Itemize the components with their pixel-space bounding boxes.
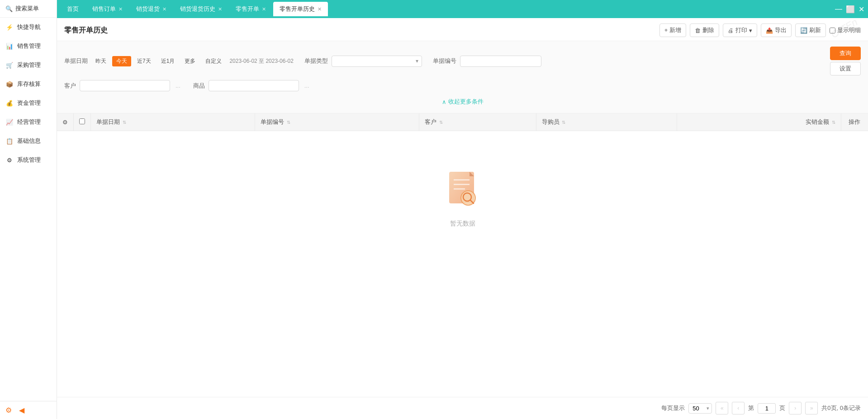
tab-sales-return[interactable]: 销货退货✕: [130, 2, 173, 16]
close-window-btn[interactable]: ✕: [859, 5, 864, 14]
sidebar-item-system[interactable]: ⚙ 系统管理: [0, 151, 57, 169]
date-filter-group: 单据日期 昨天今天近7天近1月更多自定义 2023-06-02 至 2023-0…: [64, 56, 294, 66]
print-button[interactable]: 🖨 打印 ▾: [723, 24, 757, 37]
tab-close-retail-open[interactable]: ✕: [262, 6, 266, 12]
sidebar-icon-sales-mgmt: 📊: [5, 42, 14, 50]
content-area: 零售开单历史 + 新增 🗑 删除 🖨 打印 ▾ 📤 导出 🔄: [57, 18, 868, 419]
header-row: ⚙ 单据日期 ⇅ 单据编号 ⇅ 客户 ⇅: [57, 113, 868, 131]
sidebar-item-inventory[interactable]: 📦 库存核算: [0, 75, 57, 94]
page-header: 零售开单历史 + 新增 🗑 删除 🖨 打印 ▾ 📤 导出 🔄: [57, 18, 868, 41]
tab-close-sales-return-history[interactable]: ✕: [218, 6, 222, 12]
sidebar-label-basic-info: 基础信息: [17, 137, 41, 145]
th-actions: 操作: [841, 113, 868, 131]
next-page-btn[interactable]: ›: [789, 402, 802, 414]
select-all-checkbox[interactable]: [79, 118, 85, 124]
date-btn-last7[interactable]: 近7天: [133, 56, 155, 66]
sort-salesperson-icon: ⇅: [562, 120, 565, 125]
number-input[interactable]: [460, 56, 541, 67]
customer-dots[interactable]: ...: [174, 82, 182, 89]
display-toggle[interactable]: 显示明细: [830, 26, 861, 34]
empty-state: 暂无数据: [57, 131, 868, 264]
page-label-pre: 第: [748, 404, 754, 412]
sidebar-label-purchase-mgmt: 采购管理: [17, 61, 41, 69]
date-filter-options: 昨天今天近7天近1月更多自定义: [91, 56, 226, 66]
prev-page-btn[interactable]: ‹: [732, 402, 745, 414]
date-btn-yesterday[interactable]: 昨天: [91, 56, 110, 66]
tab-label-sales-return-history: 销货退货历史: [180, 5, 215, 13]
sidebar-icon-purchase-mgmt: 🛒: [5, 61, 14, 69]
first-page-btn[interactable]: «: [716, 402, 728, 414]
th-amount[interactable]: 实销金额 ⇅: [677, 113, 841, 131]
restore-btn[interactable]: ⬜: [846, 5, 855, 14]
data-table: ⚙ 单据日期 ⇅ 单据编号 ⇅ 客户 ⇅: [57, 113, 868, 131]
th-settings[interactable]: ⚙: [57, 113, 74, 131]
page-size-wrapper: 50 10 20 100: [688, 403, 712, 414]
type-select[interactable]: [332, 56, 422, 67]
collapse-icon: ∧: [442, 99, 446, 105]
th-salesperson[interactable]: 导购员 ⇅: [536, 113, 677, 131]
tab-home[interactable]: 首页: [61, 2, 85, 16]
date-range-display: 2023-06-02 至 2023-06-02: [229, 57, 293, 65]
sidebar-icon-operations: 📈: [5, 118, 14, 126]
main-area: 首页销售订单✕销货退货✕销货退货历史✕零售开单✕零售开单历史✕ — ⬜ ✕ 零售…: [57, 0, 868, 419]
display-checkbox[interactable]: [830, 28, 835, 33]
sort-amount-icon: ⇅: [832, 120, 835, 125]
add-button[interactable]: + 新增: [659, 24, 686, 37]
export-button[interactable]: 📤 导出: [761, 24, 792, 37]
minimize-btn[interactable]: —: [835, 5, 842, 13]
sidebar-footer: ⚙ ◀: [0, 401, 57, 419]
settings-filter-button[interactable]: 设置: [830, 62, 861, 75]
customer-filter-label: 客户: [64, 82, 76, 90]
tab-sales-return-history[interactable]: 销货退货历史✕: [174, 2, 228, 16]
tab-close-sales-order[interactable]: ✕: [119, 6, 123, 12]
sidebar-item-sales-mgmt[interactable]: 📊 销售管理: [0, 37, 57, 56]
type-filter-group: 单据类型: [304, 56, 422, 67]
sidebar-item-operations[interactable]: 📈 经营管理: [0, 113, 57, 132]
page-total: 共0页, 0条记录: [821, 404, 861, 412]
sidebar-label-operations: 经营管理: [17, 118, 41, 126]
tab-retail-open[interactable]: 零售开单✕: [229, 2, 272, 16]
collapse-sidebar-btn[interactable]: ◀: [19, 406, 24, 414]
sidebar-item-quick-nav[interactable]: ⚡ 快捷导航: [0, 18, 57, 37]
collapse-filter-btn[interactable]: ∧ 收起更多条件: [436, 96, 489, 108]
export-icon: 📤: [766, 27, 773, 34]
goods-dots[interactable]: ...: [303, 82, 311, 89]
th-checkbox[interactable]: [74, 113, 91, 131]
tab-retail-history[interactable]: 零售开单历史✕: [273, 2, 328, 16]
print-dropdown-icon: ▾: [749, 27, 752, 34]
sidebar-item-purchase-mgmt[interactable]: 🛒 采购管理: [0, 56, 57, 75]
th-customer[interactable]: 客户 ⇅: [419, 113, 536, 131]
goods-input[interactable]: [209, 80, 299, 91]
tab-sales-order[interactable]: 销售订单✕: [86, 2, 129, 16]
date-btn-more[interactable]: 更多: [180, 56, 199, 66]
refresh-icon: 🔄: [800, 27, 807, 34]
delete-button[interactable]: 🗑 删除: [690, 24, 719, 37]
refresh-button[interactable]: 🔄 刷新: [795, 24, 826, 37]
date-filter-label: 单据日期: [64, 57, 88, 65]
sidebar-item-finance[interactable]: 💰 资金管理: [0, 94, 57, 113]
number-filter-group: 单据编号: [433, 56, 541, 67]
empty-text: 暂无数据: [450, 220, 475, 228]
date-btn-last1m[interactable]: 近1月: [157, 56, 179, 66]
toolbar: + 新增 🗑 删除 🖨 打印 ▾ 📤 导出 🔄 刷新: [659, 24, 861, 37]
settings-footer-btn[interactable]: ⚙: [5, 406, 12, 414]
page-size-select[interactable]: 50 10 20 100: [688, 403, 712, 414]
customer-input[interactable]: [80, 80, 170, 91]
date-btn-today[interactable]: 今天: [112, 56, 131, 66]
page-title: 零售开单历史: [64, 26, 108, 35]
tab-close-sales-return[interactable]: ✕: [162, 6, 166, 12]
sidebar-item-basic-info[interactable]: 📋 基础信息: [0, 132, 57, 151]
th-number[interactable]: 单据编号 ⇅: [255, 113, 419, 131]
sidebar-search[interactable]: 🔍 搜索菜单: [0, 0, 57, 18]
tab-close-retail-history[interactable]: ✕: [318, 6, 322, 12]
date-btn-custom[interactable]: 自定义: [201, 56, 226, 66]
page-input[interactable]: [758, 403, 776, 414]
customer-filter-group: 客户 ...: [64, 80, 182, 91]
query-button[interactable]: 查询: [830, 47, 861, 60]
tabbar-right: — ⬜ ✕: [835, 5, 864, 14]
last-page-btn[interactable]: »: [805, 402, 818, 414]
sidebar-icon-basic-info: 📋: [5, 137, 14, 145]
th-date[interactable]: 单据日期 ⇅: [91, 113, 255, 131]
tab-label-retail-open: 零售开单: [236, 5, 259, 13]
sidebar-icon-quick-nav: ⚡: [5, 23, 14, 31]
